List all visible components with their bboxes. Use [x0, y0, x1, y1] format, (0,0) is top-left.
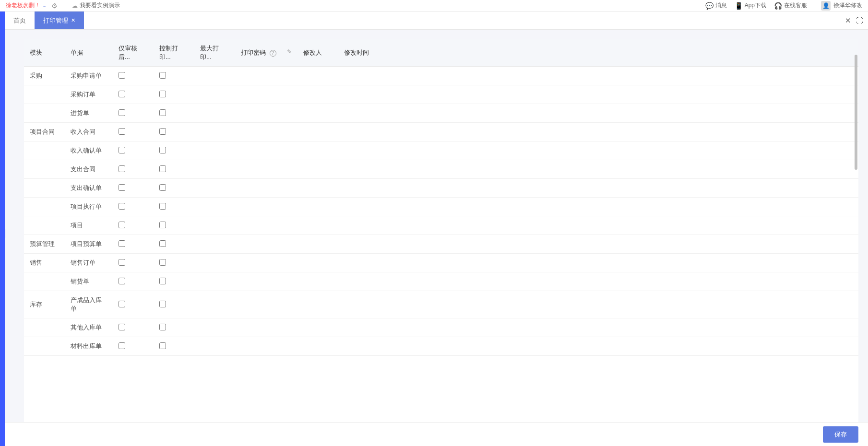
checkbox[interactable]	[119, 222, 125, 228]
checkbox[interactable]	[159, 222, 166, 228]
cell-control-checkbox	[154, 141, 194, 160]
table-body: 采购采购申请单采购订单进货单项目合同收入合同收入确认单支出合同支出确认单项目执行…	[24, 67, 858, 356]
cell-modifier	[297, 141, 338, 160]
table-header-row: 模块 单据 仅审核后... 控制打印... 最大打印... 打印密码 ? ✎ 修…	[24, 39, 858, 67]
help-icon[interactable]: ?	[270, 50, 276, 57]
tab-home[interactable]: 首页	[5, 12, 35, 29]
cell-password	[235, 272, 297, 291]
checkbox[interactable]	[159, 72, 166, 79]
demo-link[interactable]: ☁ 我要看实例演示	[72, 1, 120, 10]
checkbox[interactable]	[119, 342, 125, 349]
checkbox[interactable]	[159, 324, 166, 330]
table-row: 销售销售订单	[24, 254, 858, 272]
checkbox[interactable]	[119, 324, 125, 330]
checkbox[interactable]	[119, 91, 125, 97]
org-dropdown[interactable]: 徐老板勿删！ ⌄	[6, 1, 47, 10]
messages-label: 消息	[715, 1, 727, 10]
cell-modifier	[297, 85, 338, 104]
cell-max-print	[194, 235, 235, 254]
cell-document: 支出确认单	[65, 179, 113, 198]
fullscreen-icon[interactable]: ⛶	[856, 16, 863, 24]
close-all-icon[interactable]: ✕	[845, 16, 851, 25]
th-print-password: 打印密码 ? ✎	[235, 39, 297, 67]
user-menu[interactable]: 👤 徐泽华修改	[815, 1, 862, 11]
cell-modifier	[297, 123, 338, 141]
checkbox[interactable]	[119, 147, 125, 153]
cell-modifier	[297, 216, 338, 235]
cell-max-print	[194, 318, 235, 337]
checkbox[interactable]	[119, 203, 125, 210]
cell-document: 销货单	[65, 272, 113, 291]
checkbox[interactable]	[119, 259, 125, 266]
cell-password	[235, 235, 297, 254]
checkbox[interactable]	[119, 128, 125, 135]
cell-audit-checkbox	[113, 160, 154, 179]
th-module: 模块	[24, 39, 65, 67]
messages-link[interactable]: 💬 消息	[705, 1, 727, 10]
cell-audit-checkbox	[113, 179, 154, 198]
edit-icon[interactable]: ✎	[287, 48, 292, 55]
cell-control-checkbox	[154, 318, 194, 337]
cell-modify-time	[338, 337, 858, 356]
cell-modifier	[297, 179, 338, 198]
th-modify-time: 修改时间	[338, 39, 858, 67]
checkbox[interactable]	[159, 91, 166, 97]
checkbox[interactable]	[159, 147, 166, 153]
cell-document: 产成品入库单	[65, 291, 113, 318]
checkbox[interactable]	[159, 278, 166, 284]
cell-audit-checkbox	[113, 85, 154, 104]
save-button[interactable]: 保存	[823, 426, 858, 443]
cell-modify-time	[338, 85, 858, 104]
gear-icon[interactable]: ⚙	[51, 2, 58, 10]
close-icon[interactable]: ✕	[71, 17, 75, 23]
checkbox[interactable]	[159, 203, 166, 210]
cell-module	[24, 141, 65, 160]
checkbox[interactable]	[159, 165, 166, 172]
checkbox[interactable]	[119, 184, 125, 191]
cell-audit-checkbox	[113, 337, 154, 356]
cell-password	[235, 179, 297, 198]
checkbox[interactable]	[159, 259, 166, 266]
sidebar-collapsed[interactable]	[0, 12, 5, 446]
checkbox[interactable]	[119, 72, 125, 79]
checkbox[interactable]	[159, 128, 166, 135]
cell-module: 销售	[24, 254, 65, 272]
cell-max-print	[194, 179, 235, 198]
cell-document: 支出合同	[65, 160, 113, 179]
cell-control-checkbox	[154, 104, 194, 123]
table-row: 采购订单	[24, 85, 858, 104]
scrollbar-vertical[interactable]	[855, 55, 857, 170]
cell-modifier	[297, 160, 338, 179]
cell-password	[235, 291, 297, 318]
cell-control-checkbox	[154, 179, 194, 198]
org-name: 徐老板勿删！	[6, 1, 40, 10]
cell-modify-time	[338, 123, 858, 141]
avatar-icon: 👤	[821, 1, 831, 11]
online-service-link[interactable]: 🎧 在线客服	[774, 1, 807, 10]
checkbox[interactable]	[119, 278, 125, 284]
cell-password	[235, 337, 297, 356]
checkbox[interactable]	[159, 240, 166, 247]
cell-control-checkbox	[154, 254, 194, 272]
cell-audit-checkbox	[113, 291, 154, 318]
cell-control-checkbox	[154, 160, 194, 179]
checkbox[interactable]	[119, 109, 125, 116]
checkbox[interactable]	[119, 301, 125, 307]
app-download-link[interactable]: 📱 App下载	[735, 1, 766, 10]
checkbox[interactable]	[159, 109, 166, 116]
tab-print-management[interactable]: 打印管理 ✕	[35, 12, 84, 29]
cell-password	[235, 198, 297, 216]
checkbox[interactable]	[159, 184, 166, 191]
cell-modifier	[297, 198, 338, 216]
th-audit-only: 仅审核后...	[113, 39, 154, 67]
cell-document: 销售订单	[65, 254, 113, 272]
checkbox[interactable]	[159, 342, 166, 349]
th-password-label: 打印密码	[241, 49, 266, 56]
checkbox[interactable]	[159, 301, 166, 307]
tab-active-label: 打印管理	[43, 16, 68, 25]
cell-document: 进货单	[65, 104, 113, 123]
cell-modify-time	[338, 254, 858, 272]
checkbox[interactable]	[119, 240, 125, 247]
checkbox[interactable]	[119, 165, 125, 172]
cell-modifier	[297, 104, 338, 123]
